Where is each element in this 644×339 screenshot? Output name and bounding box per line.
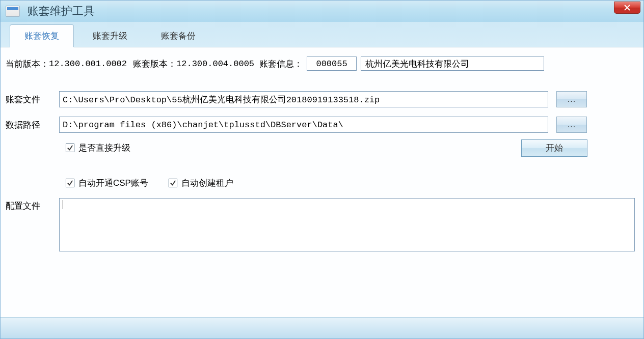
content-area: 当前版本： 12.300.001.0002 账套版本： 12.300.004.0… [1, 47, 643, 317]
app-window: 账套维护工具 账套恢复 账套升级 账套备份 当前版本： 12.300.001.0… [0, 0, 644, 339]
account-file-input[interactable] [59, 91, 548, 107]
checkbox-icon [169, 179, 177, 187]
account-version-label: 账套版本： [133, 58, 176, 70]
tab-bar: 账套恢复 账套升级 账套备份 [1, 22, 643, 47]
auto-tenant-label: 自动创建租户 [181, 177, 233, 189]
auto-tenant-checkbox[interactable]: 自动创建租户 [169, 177, 233, 189]
account-file-label: 账套文件 [6, 94, 59, 105]
version-info-row: 当前版本： 12.300.001.0002 账套版本： 12.300.004.0… [6, 56, 638, 71]
data-path-label: 数据路径 [6, 119, 59, 131]
config-file-textarea[interactable] [59, 198, 635, 251]
account-code-field[interactable]: 000055 [307, 56, 357, 71]
upgrade-checkbox-row: 是否直接升级 开始 [6, 142, 638, 154]
start-button[interactable]: 开始 [521, 139, 587, 157]
checkbox-icon [66, 144, 74, 152]
account-info-label: 账套信息： [259, 58, 303, 70]
browse-data-path-button[interactable]: ... [556, 117, 587, 133]
app-icon [6, 6, 20, 17]
titlebar[interactable]: 账套维护工具 [1, 1, 643, 22]
config-file-label: 配置文件 [6, 198, 59, 212]
current-version-value: 12.300.001.0002 [49, 59, 127, 69]
auto-csp-checkbox[interactable]: 自动开通CSP账号 [66, 177, 148, 189]
tab-backup[interactable]: 账套备份 [146, 24, 210, 47]
window-title: 账套维护工具 [28, 4, 95, 19]
browse-account-file-button[interactable]: ... [556, 91, 587, 107]
tab-restore[interactable]: 账套恢复 [10, 24, 74, 47]
account-version-value: 12.300.004.0005 [176, 59, 254, 69]
close-icon [624, 5, 631, 11]
data-path-input[interactable] [59, 117, 548, 133]
direct-upgrade-label: 是否直接升级 [78, 142, 130, 154]
direct-upgrade-checkbox[interactable]: 是否直接升级 [66, 142, 130, 154]
config-file-row: 配置文件 [6, 198, 638, 251]
account-name-field[interactable]: 杭州亿美光电科技有限公司 [361, 56, 544, 71]
data-path-row: 数据路径 ... [6, 117, 638, 133]
tab-upgrade[interactable]: 账套升级 [78, 24, 142, 47]
auto-csp-label: 自动开通CSP账号 [78, 177, 148, 189]
close-button[interactable] [614, 2, 640, 14]
auto-checkbox-row: 自动开通CSP账号 自动创建租户 [6, 177, 638, 189]
status-bar [1, 317, 643, 338]
checkbox-icon [66, 179, 74, 187]
current-version-label: 当前版本： [6, 58, 49, 70]
account-file-row: 账套文件 ... [6, 91, 638, 107]
